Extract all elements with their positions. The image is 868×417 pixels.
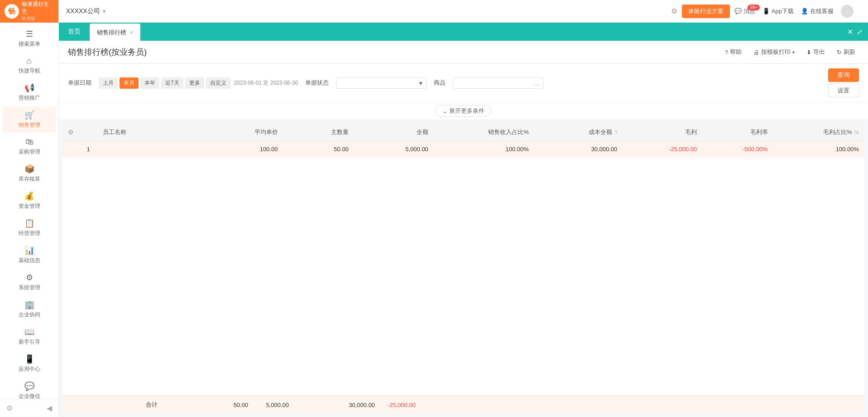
- row-sales-pct-cell: 100.00%: [434, 141, 534, 158]
- filter-settings-btn[interactable]: 设置: [828, 84, 859, 97]
- row-gross-pct-cell: 100.00%: [773, 141, 864, 158]
- message-icon: 💬: [734, 8, 742, 14]
- corp-icon: 🏢: [24, 300, 34, 310]
- cur-month-btn[interactable]: 本月: [120, 77, 139, 89]
- sidebar: 畅 畅康通好生意 标准版 ☰ 搜索菜单 ⌂ 快捷导航 📢 营销推广 🛒 销售管理…: [0, 0, 59, 417]
- sidebar-item-label: 企业协同: [19, 311, 40, 319]
- topbar-settings-icon[interactable]: ⚙: [671, 7, 677, 15]
- tab-close-btn[interactable]: ×: [130, 29, 133, 36]
- table-footer: 合计 50.00 5,000.00 30,000.00 -25,000.00: [62, 395, 864, 413]
- sidebar-item-app[interactable]: 📱 应用中心: [3, 350, 56, 377]
- sidebar-item-finance[interactable]: 💰 资金管理: [3, 187, 56, 214]
- tab-label: 销售排行榜: [97, 29, 126, 37]
- topbar: XXXXX公司 ▾ ⚙ 体验行业方案 💬 消息 99+ 📱 App下载 👤 在线…: [59, 0, 868, 23]
- sidebar-item-shortcut[interactable]: ⌂ 快捷导航: [3, 53, 56, 78]
- date-filter-btns: 上月 本月 本年 近7天 更多 自定义 2023-06-01 至 2023-06…: [99, 77, 298, 89]
- column-settings-icon[interactable]: ⚙: [68, 129, 74, 136]
- sidebar-item-label: 采购管理: [19, 148, 40, 156]
- sidebar-item-label: 快捷导航: [19, 67, 40, 75]
- 7days-btn[interactable]: 近7天: [161, 77, 183, 89]
- page-header: 销售排行榜(按业务员) ? 帮助 🖨 按模板打印 ▾ ⬇ 导出 ↻ 刷新: [59, 41, 868, 64]
- cur-year-btn[interactable]: 本年: [140, 77, 159, 89]
- status-dropdown-icon: ▾: [419, 80, 422, 86]
- sidebar-item-label: 系统管理: [19, 284, 40, 292]
- query-btn[interactable]: 查询: [828, 68, 859, 82]
- sidebar-settings-icon[interactable]: ⚙: [6, 404, 13, 412]
- support-btn[interactable]: 👤 在线客服: [801, 7, 834, 15]
- sidebar-item-corp[interactable]: 🏢 企业协同: [3, 296, 56, 322]
- col-gross-rate: 毛利率: [702, 124, 773, 141]
- sidebar-item-wechat[interactable]: 💬 企业微信: [3, 378, 56, 399]
- more-btn[interactable]: 更多: [185, 77, 204, 89]
- basic-icon: 📊: [24, 245, 34, 255]
- messages-btn[interactable]: 💬 消息 99+: [734, 7, 755, 15]
- col-cost: 成本全额 ?: [534, 124, 623, 141]
- sidebar-item-purchase[interactable]: 🛍 采购管理: [3, 134, 56, 159]
- col-name: 员工名称: [97, 124, 204, 141]
- custom-btn[interactable]: 自定义: [206, 77, 230, 89]
- footer-gross-cell: -25,000.00: [380, 402, 421, 408]
- expand-conditions-btn[interactable]: ⌄ 展开更多条件: [436, 105, 491, 117]
- sidebar-item-label: 新手引导: [19, 338, 40, 346]
- avatar[interactable]: [841, 5, 854, 18]
- sidebar-item-sales[interactable]: 🛒 销售管理: [3, 106, 56, 133]
- cost-help-icon[interactable]: ?: [614, 129, 617, 135]
- sidebar-item-operation[interactable]: 📋 经营管理: [3, 215, 56, 241]
- support-icon: 👤: [801, 8, 808, 14]
- msg-badge: 99+: [748, 5, 760, 10]
- goods-input[interactable]: …: [453, 77, 543, 89]
- system-icon: ⚙: [26, 273, 33, 283]
- sidebar-item-label: 应用中心: [19, 365, 40, 373]
- export-btn[interactable]: ⬇ 导出: [803, 46, 829, 58]
- tab-sales-ranking[interactable]: 销售排行榜 ×: [90, 24, 140, 42]
- inventory-icon: 📦: [24, 164, 34, 174]
- logo-text1: 畅康通好生意: [22, 1, 54, 15]
- prev-month-btn[interactable]: 上月: [99, 77, 118, 89]
- sidebar-item-inventory[interactable]: 📦 库存核算: [3, 160, 56, 187]
- footer-cost-cell: 30,000.00: [335, 402, 380, 408]
- company-selector[interactable]: XXXXX公司 ▾: [66, 7, 667, 15]
- window-expand-btn[interactable]: ⤢: [857, 28, 863, 36]
- page-title: 销售排行榜(按业务员): [68, 47, 147, 58]
- col-gross-pct: 毛利占比% %: [773, 124, 864, 141]
- col-sales-pct: 销售收入占比%: [434, 124, 534, 141]
- expand-icon: ⌄: [442, 108, 447, 115]
- sidebar-item-label: 企业微信: [19, 393, 40, 399]
- sidebar-item-marketing[interactable]: 📢 营销推广: [3, 79, 56, 105]
- trial-btn[interactable]: 体验行业方案: [682, 5, 730, 18]
- topbar-right: 💬 消息 99+ 📱 App下载 👤 在线客服: [734, 5, 861, 18]
- logo-icon: 畅: [5, 4, 19, 19]
- template-print-btn[interactable]: 🖨 按模板打印 ▾: [750, 46, 798, 58]
- purchase-icon: 🛍: [25, 137, 34, 147]
- app-download-btn[interactable]: 📱 App下载: [762, 7, 794, 15]
- sales-icon: 🛒: [24, 110, 34, 120]
- grosspct-help-icon[interactable]: %: [854, 129, 859, 135]
- guide-icon: 📖: [24, 327, 34, 337]
- sidebar-item-system[interactable]: ⚙ 系统管理: [3, 269, 56, 295]
- tab-home[interactable]: 首页: [59, 23, 90, 41]
- refresh-btn[interactable]: ↻ 刷新: [833, 46, 859, 58]
- window-close-btn[interactable]: ✕: [847, 28, 853, 36]
- sidebar-item-label: 库存核算: [19, 175, 40, 183]
- page-actions: ? 帮助 🖨 按模板打印 ▾ ⬇ 导出 ↻ 刷新: [721, 46, 859, 58]
- sidebar-collapse-icon[interactable]: ◀: [47, 404, 52, 412]
- help-btn[interactable]: ? 帮助: [721, 46, 745, 58]
- sidebar-nav: ☰ 搜索菜单 ⌂ 快捷导航 📢 营销推广 🛒 销售管理 🛍 采购管理 📦 库存核…: [0, 23, 58, 399]
- row-gross-rate-cell: -500.00%: [702, 141, 773, 158]
- sidebar-item-guide[interactable]: 📖 新手引导: [3, 323, 56, 350]
- dropdown-icon: ▾: [103, 8, 106, 14]
- row-qty-cell: 50.00: [283, 141, 354, 158]
- sidebar-item-search[interactable]: ☰ 搜索菜单: [3, 25, 56, 52]
- sidebar-item-label: 销售管理: [19, 121, 40, 129]
- app-icon: 📱: [24, 354, 34, 364]
- status-select[interactable]: ▾: [336, 77, 427, 89]
- sidebar-item-label: 营销推广: [19, 94, 40, 102]
- filter-bar: 单据日期 上月 本月 本年 近7天 更多 自定义 2023-06-01 至 20…: [59, 64, 868, 102]
- table-scroll[interactable]: ⚙ 员工名称 平均单价 主数量: [62, 124, 864, 395]
- content: 销售排行榜(按业务员) ? 帮助 🖨 按模板打印 ▾ ⬇ 导出 ↻ 刷新: [59, 41, 868, 417]
- data-table: ⚙ 员工名称 平均单价 主数量: [62, 124, 864, 158]
- refresh-icon: ↻: [837, 49, 842, 56]
- print-icon: 🖨: [753, 49, 759, 56]
- table-area: ⚙ 员工名称 平均单价 主数量: [62, 124, 864, 413]
- sidebar-item-basic[interactable]: 📊 基础信息: [3, 242, 56, 268]
